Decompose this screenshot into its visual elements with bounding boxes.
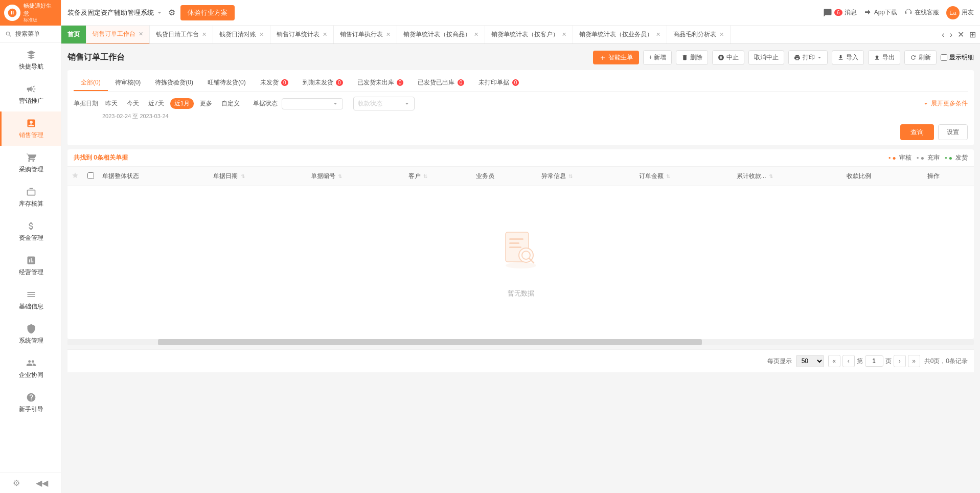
exception-sort-icon[interactable]: ⇅ [568, 173, 573, 179]
tab-close-cash-reconcile[interactable]: ✕ [259, 31, 264, 38]
import-button[interactable]: 导入 [832, 50, 864, 65]
solution-button[interactable]: 体验行业方案 [180, 5, 235, 20]
date-opt-today[interactable]: 今天 [124, 98, 142, 109]
amount-sort-icon[interactable]: ⇅ [666, 173, 670, 179]
tab-nav-prev[interactable]: ‹ [940, 29, 946, 40]
ai-generate-button[interactable]: 智能生单 [593, 51, 639, 64]
cancel-stop-button[interactable]: 取消中止 [748, 50, 784, 65]
filter-tab-pending-review[interactable]: 待审核(0) [108, 75, 148, 91]
tab-sales-exec[interactable]: 销售订单执行表 ✕ [334, 26, 397, 44]
settings-btn[interactable]: ⚙ [168, 8, 175, 17]
user-menu-btn[interactable]: Ea 用友 [946, 6, 974, 19]
tab-close-sales-exec[interactable]: ✕ [386, 31, 391, 38]
customer-sort-icon[interactable]: ⇅ [423, 173, 427, 179]
tab-close-sales-by-customer[interactable]: ✕ [562, 31, 566, 38]
filter-tab-not-printed[interactable]: 未打印单据 0 [471, 75, 526, 91]
sidebar-item-inventory[interactable]: 库存核算 [0, 180, 61, 214]
sidebar-item-system[interactable]: 系统管理 [0, 317, 61, 351]
tab-close-gross-margin[interactable]: ✕ [719, 31, 724, 38]
add-button[interactable]: + 新增 [643, 50, 672, 65]
show-details-input[interactable] [941, 54, 947, 61]
expand-conditions[interactable]: 展开更多条件 [923, 99, 968, 108]
filter-tab-pending-review-label: 待审核(0) [115, 79, 141, 86]
tab-close-sales-by-staff[interactable]: ✕ [656, 31, 660, 38]
tab-sales-by-customer[interactable]: 销货单统计表（按客户） ✕ [485, 26, 573, 44]
date-opt-7days[interactable]: 近7天 [145, 98, 167, 109]
horizontal-scrollbar[interactable] [67, 339, 974, 345]
tab-cash-reconcile[interactable]: 钱货日清对账 ✕ [213, 26, 270, 44]
tab-sales-by-product[interactable]: 销货单统计表（按商品） ✕ [397, 26, 485, 44]
tab-cash-daily[interactable]: 钱货日清工作台 ✕ [150, 26, 213, 44]
pagination-last[interactable]: » [908, 355, 920, 367]
sidebar-item-basic[interactable]: 基础信息 [0, 283, 61, 317]
filter-tab-wangpu[interactable]: 旺铺待发货(0) [200, 75, 253, 91]
filter-tab-all[interactable]: 全部(0) [74, 75, 108, 91]
stop-button[interactable]: 中止 [712, 50, 744, 65]
date-range-display: 2023-02-24 至 2023-03-24 [102, 113, 968, 120]
print-button[interactable]: 打印 [788, 50, 828, 65]
number-sort-icon[interactable]: ⇅ [338, 173, 342, 179]
tab-nav-next[interactable]: › [948, 29, 954, 40]
collection-select[interactable]: 收款状态 [353, 97, 415, 110]
show-details-checkbox[interactable]: 显示明细 [941, 53, 974, 62]
message-btn[interactable]: 6 消息 [823, 8, 857, 17]
pagination-first[interactable]: « [828, 355, 840, 367]
tab-sales-by-staff[interactable]: 销货单统计表（按业务员） ✕ [573, 26, 667, 44]
tab-close-sales-workbench[interactable]: ✕ [139, 31, 143, 37]
tab-close-sales-by-product[interactable]: ✕ [474, 31, 478, 38]
table-audit-btn[interactable]: ● 审核 [888, 153, 911, 162]
date-opt-custom[interactable]: 自定义 [218, 98, 243, 109]
date-opt-yesterday[interactable]: 昨天 [102, 98, 121, 109]
online-service-btn[interactable]: 在线客服 [904, 8, 939, 17]
pagination-next[interactable]: › [894, 355, 906, 367]
date-sort-icon[interactable]: ⇅ [241, 173, 245, 179]
export-button[interactable]: 导出 [868, 50, 900, 65]
tab-home[interactable]: 首页 [61, 26, 86, 44]
status-filter: 单据状态 [253, 98, 343, 109]
filter-tab-expired[interactable]: 到期未发货 0 [295, 75, 350, 91]
settings-icon[interactable]: ⚙ [13, 478, 20, 488]
date-opt-more[interactable]: 更多 [197, 98, 215, 109]
date-opt-1month[interactable]: 近1月 [170, 98, 194, 109]
search-menu[interactable]: 搜索菜单 [0, 26, 61, 43]
tab-home-label: 首页 [67, 30, 80, 39]
per-page-select[interactable]: 50 100 200 [796, 355, 824, 367]
sidebar-item-marketing[interactable]: 营销推广 [0, 77, 61, 111]
filter-tab-not-shipped[interactable]: 未发货 0 [253, 75, 295, 91]
filter-tab-shipped-not-out[interactable]: 已发货未出库 0 [350, 75, 411, 91]
message-icon [823, 8, 832, 17]
tab-sales-workbench[interactable]: 销售订单工作台 ✕ [86, 26, 150, 44]
sidebar-item-guide[interactable]: 新手引导 [0, 386, 61, 420]
delete-button[interactable]: 删除 [676, 50, 708, 65]
table-ship-btn[interactable]: ● 发货 [945, 153, 968, 162]
sidebar-item-finance[interactable]: 资金管理 [0, 214, 61, 249]
select-all-checkbox[interactable] [87, 172, 94, 179]
query-button[interactable]: 查询 [900, 124, 934, 140]
sidebar-item-purchase[interactable]: 采购管理 [0, 146, 61, 180]
filter-tab-pending-check[interactable]: 待拣货验货(0) [148, 75, 200, 91]
tab-gross-margin[interactable]: 商品毛利分析表 ✕ [667, 26, 731, 44]
collapse-icon[interactable]: ◀◀ [36, 478, 48, 488]
filter-tab-shipped-out[interactable]: 已发货已出库 0 [411, 75, 471, 91]
sidebar-item-enterprise[interactable]: 企业协同 [0, 351, 61, 386]
setting-button[interactable]: 设置 [938, 124, 968, 140]
collected-sort-icon[interactable]: ⇅ [769, 173, 773, 179]
sidebar-item-quick-nav[interactable]: 快捷导航 [0, 43, 61, 77]
refresh-button[interactable]: 刷新 [904, 50, 937, 65]
tab-close-all[interactable]: ✕ [955, 29, 966, 40]
status-select[interactable] [282, 98, 343, 109]
page-input[interactable] [865, 355, 883, 367]
sidebar-item-operations[interactable]: 经营管理 [0, 249, 61, 283]
tab-close-sales-stats[interactable]: ✕ [323, 31, 327, 38]
hscroll-thumb[interactable] [158, 339, 702, 345]
system-selector[interactable]: 装备及固定资产辅助管理系统 [67, 8, 163, 17]
tab-expand[interactable]: ⊞ [967, 29, 978, 40]
app-download-btn[interactable]: App下载 [864, 8, 897, 17]
table-revoke-btn[interactable]: ● 充审 [917, 153, 940, 162]
pagination-prev[interactable]: ‹ [842, 355, 855, 367]
tab-close-cash-daily[interactable]: ✕ [202, 31, 207, 38]
tab-sales-stats[interactable]: 销售订单统计表 ✕ [270, 26, 334, 44]
col-amount: 订单金额 ⇅ [635, 167, 733, 186]
tab-gross-margin-label: 商品毛利分析表 [673, 30, 716, 39]
sidebar-item-sales[interactable]: 销售管理 [0, 111, 61, 146]
